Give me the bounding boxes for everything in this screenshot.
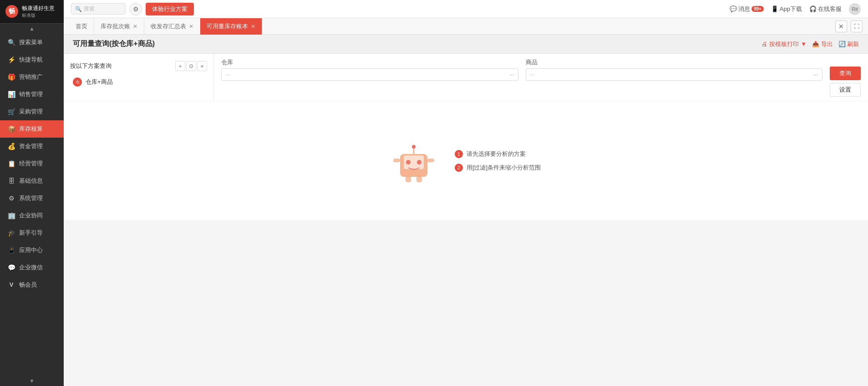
scheme-collapse-btn[interactable]: « bbox=[197, 61, 207, 71]
marketing-icon: 🎁 bbox=[7, 73, 15, 81]
tab-available-qty-close[interactable]: ✕ bbox=[251, 23, 255, 30]
sidebar-label-basic: 基础信息 bbox=[19, 177, 43, 185]
sidebar-item-wechat[interactable]: 💬 企业微信 bbox=[0, 259, 64, 276]
sidebar-item-newbie[interactable]: 🎓 新手引导 bbox=[0, 224, 64, 242]
sidebar-item-marketing[interactable]: 🎁 营销推广 bbox=[0, 68, 64, 86]
tip-num-2: 2 bbox=[455, 164, 463, 172]
tabbar-controls: ✕ ⛶ bbox=[835, 21, 863, 32]
goods-placeholder: ··· bbox=[530, 71, 535, 78]
refresh-icon: 🔄 bbox=[838, 41, 846, 47]
tab-inventory-batch[interactable]: 库存批次账 ✕ bbox=[94, 18, 144, 35]
tab-inventory-batch-close[interactable]: ✕ bbox=[133, 23, 137, 30]
query-settings-btn[interactable]: 设置 bbox=[830, 83, 861, 97]
tabbar-close-button[interactable]: ✕ bbox=[835, 21, 847, 32]
sidebar-item-inventory[interactable]: 📦 库存核算 bbox=[0, 120, 64, 138]
warehouse-placeholder: ··· bbox=[225, 71, 230, 78]
notification-badge: 99+ bbox=[751, 6, 764, 12]
svg-point-9 bbox=[412, 145, 416, 149]
finance-icon: 💰 bbox=[7, 142, 15, 150]
goods-field-group: 商品 ··· ··· bbox=[526, 58, 823, 81]
warehouse-label: 仓库 bbox=[221, 58, 518, 67]
sidebar-item-basic[interactable]: 🗄 基础信息 bbox=[0, 172, 64, 190]
topbar-right: 💬 消息 99+ 📱 App下载 🎧 在线客服 Rit bbox=[730, 3, 861, 15]
sidebar-label-quick-nav: 快捷导航 bbox=[19, 56, 43, 64]
sidebar-item-system[interactable]: ⚙ 系统管理 bbox=[0, 190, 64, 207]
sidebar: 畅 畅康通好生意 标准版 ▲ 🔍 搜索菜单 ⚡ 快捷导航 🎁 营销推广 📊 销售… bbox=[0, 0, 64, 386]
goods-input[interactable]: ··· ··· bbox=[526, 68, 823, 81]
sidebar-label-inventory: 库存核算 bbox=[19, 125, 43, 133]
export-btn[interactable]: 📤 导出 bbox=[812, 40, 833, 48]
user-avatar[interactable]: Rit bbox=[849, 3, 861, 15]
message-icon: 💬 bbox=[730, 5, 737, 12]
topbar-search-bar[interactable]: 🔍 搜索 bbox=[71, 3, 126, 15]
refresh-btn[interactable]: 🔄 刷新 bbox=[838, 40, 859, 48]
service-icon: 🎧 bbox=[809, 5, 817, 12]
sidebar-item-member[interactable]: V 畅会员 bbox=[0, 276, 64, 293]
robot-illustration bbox=[391, 138, 437, 184]
tab-receive-summary-label: 收发存汇总表 bbox=[151, 22, 186, 31]
tip-text-2: 用[过滤]条件来缩小分析范围 bbox=[467, 164, 541, 172]
svg-point-2 bbox=[406, 160, 411, 165]
tab-receive-summary-close[interactable]: ✕ bbox=[189, 23, 193, 30]
sidebar-label-system: 系统管理 bbox=[19, 194, 43, 202]
customer-service-btn[interactable]: 🎧 在线客服 bbox=[809, 5, 842, 13]
export-icon: 📤 bbox=[812, 41, 819, 47]
operation-icon: 📋 bbox=[7, 160, 15, 168]
sidebar-item-enterprise[interactable]: 🏢 企业协同 bbox=[0, 207, 64, 224]
query-actions: 查询 设置 bbox=[830, 58, 861, 97]
page-title: 可用量查询(按仓库+商品) bbox=[73, 39, 155, 49]
svg-point-3 bbox=[417, 160, 421, 165]
sidebar-item-search[interactable]: 🔍 搜索菜单 bbox=[0, 34, 64, 51]
warehouse-input[interactable]: ··· ··· bbox=[221, 68, 518, 81]
scheme-add-btn[interactable]: ＋ bbox=[175, 61, 185, 71]
query-right-panel: 仓库 ··· ··· 商品 ··· ··· 查询 设置 bbox=[214, 54, 868, 101]
scheme-header-label: 按以下方案查询 bbox=[70, 62, 112, 70]
goods-more-btn[interactable]: ··· bbox=[813, 71, 818, 78]
sidebar-item-operation[interactable]: 📋 经营管理 bbox=[0, 155, 64, 172]
notification-btn[interactable]: 💬 消息 99+ bbox=[730, 5, 764, 13]
sidebar-item-sales[interactable]: 📊 销售管理 bbox=[0, 86, 64, 103]
scheme-icon: 仓 bbox=[73, 77, 82, 87]
app-download-btn[interactable]: 📱 App下载 bbox=[771, 5, 802, 13]
svg-rect-4 bbox=[393, 159, 400, 162]
user-name: Rit bbox=[852, 6, 858, 12]
sidebar-item-finance[interactable]: 💰 资金管理 bbox=[0, 138, 64, 155]
scheme-item-warehouse-goods[interactable]: 仓 仓库+商品 bbox=[64, 74, 213, 90]
tabbar-expand-button[interactable]: ⛶ bbox=[851, 21, 863, 32]
query-scheme-header: 按以下方案查询 ＋ ⊙ « bbox=[64, 58, 213, 74]
wechat-icon: 💬 bbox=[7, 263, 15, 272]
query-submit-btn[interactable]: 查询 bbox=[830, 67, 861, 80]
empty-state-content: 1 请先选择要分析的方案 2 用[过滤]条件来缩小分析范围 bbox=[391, 138, 541, 184]
sales-icon: 📊 bbox=[7, 90, 15, 98]
query-area: 按以下方案查询 ＋ ⊙ « 仓 仓库+商品 仓库 bbox=[64, 54, 868, 101]
quick-nav-icon: ⚡ bbox=[7, 56, 15, 64]
sidebar-scroll-down[interactable]: ▼ bbox=[0, 376, 64, 386]
sidebar-scroll-up[interactable]: ▲ bbox=[0, 24, 64, 34]
warehouse-more-btn[interactable]: ··· bbox=[509, 71, 514, 78]
tip-item-2: 2 用[过滤]条件来缩小分析范围 bbox=[455, 164, 541, 172]
tab-home[interactable]: 首页 bbox=[69, 18, 94, 35]
topbar: 🔍 搜索 ⚙ 体验行业方案 💬 消息 99+ 📱 App下载 🎧 在线客服 Ri… bbox=[64, 0, 868, 18]
app-download-label: App下载 bbox=[780, 5, 802, 13]
tip-item-1: 1 请先选择要分析的方案 bbox=[455, 150, 541, 158]
search-placeholder: 搜索 bbox=[84, 5, 95, 13]
sidebar-label-sales: 销售管理 bbox=[19, 90, 43, 98]
tab-available-qty-label: 可用量库存账本 bbox=[207, 22, 248, 31]
sidebar-item-app-center[interactable]: 📱 应用中心 bbox=[0, 242, 64, 259]
notification-label: 消息 bbox=[738, 5, 750, 13]
trial-btn[interactable]: 体验行业方案 bbox=[146, 3, 194, 15]
scheme-icon-label: 仓 bbox=[76, 79, 80, 85]
tab-receive-summary[interactable]: 收发存汇总表 ✕ bbox=[144, 18, 200, 35]
tab-available-qty[interactable]: 可用量库存账本 ✕ bbox=[200, 18, 262, 35]
brand-info: 畅康通好生意 标准版 bbox=[22, 5, 55, 19]
print-btn[interactable]: 🖨 按模板打印 ▼ bbox=[761, 40, 807, 48]
scheme-settings-btn[interactable]: ⊙ bbox=[186, 61, 196, 71]
basic-icon: 🗄 bbox=[7, 177, 15, 185]
sidebar-item-purchase[interactable]: 🛒 采购管理 bbox=[0, 103, 64, 120]
system-icon: ⚙ bbox=[7, 194, 15, 202]
query-left-panel: 按以下方案查询 ＋ ⊙ « 仓 仓库+商品 bbox=[64, 54, 214, 101]
sidebar-item-quick-nav[interactable]: ⚡ 快捷导航 bbox=[0, 51, 64, 68]
gear-button[interactable]: ⚙ bbox=[129, 3, 142, 15]
inventory-icon: 📦 bbox=[7, 125, 15, 133]
app-center-icon: 📱 bbox=[7, 246, 15, 254]
